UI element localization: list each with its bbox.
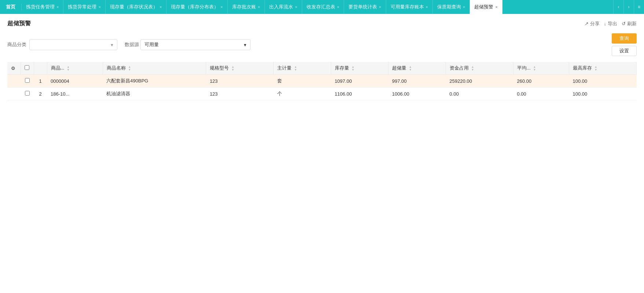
page-content: 超储预警 ↗ 分享 ↓ 导出 ↺ 刷新 商品分类 ▾ 数据源 xyxy=(0,14,644,293)
tab-label: 库存批次账 xyxy=(232,4,256,10)
col-avg-header[interactable]: 平均... ▲ ▼ xyxy=(513,62,569,75)
datasource-label: 数据源 xyxy=(125,41,139,48)
tab-ke-yong-liang[interactable]: 可用量库存账本 × xyxy=(386,0,433,14)
export-icon: ↓ xyxy=(604,21,607,26)
nav-arrow-more[interactable]: ≡ xyxy=(634,0,644,14)
tab-jian-huo-yi-chang[interactable]: 拣货异常处理 × xyxy=(63,0,105,14)
tab-close-icon[interactable]: × xyxy=(160,5,162,9)
table-row: 2 186-10... 机油滤清器 123 个 1106.00 1006.00 … xyxy=(7,88,637,100)
tab-shou-fa-cun[interactable]: 收发存汇总表 × xyxy=(302,0,344,14)
tab-xian-cun-liang-kuang[interactable]: 现存量（库存状况表） × xyxy=(106,0,167,14)
tab-xian-cun-liang-fen[interactable]: 现存量（库存分布表） × xyxy=(167,0,227,14)
col-over-header[interactable]: 超储量 ▲ ▼ xyxy=(388,62,446,75)
row-max-stock-cell: 100.00 xyxy=(569,88,637,100)
tab-label: 出入库流水 xyxy=(269,4,293,10)
row-settings-cell xyxy=(7,88,21,100)
filter-buttons: 查询 设置 xyxy=(612,33,637,56)
tab-close-icon[interactable]: × xyxy=(426,5,428,9)
row-product-code-cell: 186-10... xyxy=(47,88,103,100)
row-product-name-cell: 六配套新昌490BPG xyxy=(103,75,206,88)
datasource-select[interactable]: 可用量 ▾ xyxy=(140,39,250,50)
row-over-cell: 1006.00 xyxy=(388,88,446,100)
tab-close-icon[interactable]: × xyxy=(295,5,297,9)
export-button[interactable]: ↓ 导出 xyxy=(604,21,618,27)
filter-row: 商品分类 ▾ 数据源 可用量 ▾ 查询 设置 xyxy=(7,33,637,56)
col-product-name-header[interactable]: 商品名称 ▲ ▼ xyxy=(103,62,206,75)
row-spec-cell: 123 xyxy=(206,75,274,88)
row-checkbox-cell[interactable] xyxy=(21,88,34,100)
row-checkbox-cell[interactable] xyxy=(21,75,34,88)
col-settings-header[interactable]: ⚙ xyxy=(7,62,21,75)
table-body: 1 0000004 六配套新昌490BPG 123 套 1097.00 997.… xyxy=(7,75,637,100)
row-unit-cell: 套 xyxy=(274,75,331,88)
header-actions: ↗ 分享 ↓ 导出 ↺ 刷新 xyxy=(585,21,637,27)
tab-close-icon[interactable]: × xyxy=(98,5,100,9)
refresh-icon: ↺ xyxy=(622,21,626,26)
col-unit-label: 主计量 xyxy=(277,65,292,71)
table-row: 1 0000004 六配套新昌490BPG 123 套 1097.00 997.… xyxy=(7,75,637,88)
tab-label: 超储预警 xyxy=(474,4,493,10)
tab-label: 拣货异常处理 xyxy=(68,4,96,10)
query-button[interactable]: 查询 xyxy=(612,33,637,44)
tab-ku-cun-pi-ci[interactable]: 库存批次账 × xyxy=(228,0,265,14)
col-max-stock-header[interactable]: 最高库存 ▲ ▼ xyxy=(569,62,637,75)
data-table: ⚙ 商品... ▲ ▼ 商品名称 ▲ ▼ xyxy=(7,62,637,100)
settings-button[interactable]: 设置 xyxy=(612,46,637,56)
select-all-checkbox[interactable] xyxy=(25,65,29,70)
page-header: 超储预警 ↗ 分享 ↓ 导出 ↺ 刷新 xyxy=(7,20,637,27)
tab-bao-zhi-qi[interactable]: 保质期查询 × xyxy=(433,0,470,14)
tab-close-icon[interactable]: × xyxy=(220,5,223,9)
col-avg-label: 平均... xyxy=(517,65,531,71)
row-checkbox[interactable] xyxy=(25,91,30,96)
topbar: 首页 拣货任务管理 × 拣货异常处理 × 现存量（库存状况表） × 现存量（库存… xyxy=(0,0,644,14)
sort-max-stock-icon: ▲ ▼ xyxy=(594,66,597,71)
category-select[interactable]: ▾ xyxy=(29,39,117,50)
export-label: 导出 xyxy=(608,21,617,27)
share-button[interactable]: ↗ 分享 xyxy=(585,21,600,27)
tab-close-icon[interactable]: × xyxy=(495,5,497,9)
col-checkbox-header[interactable] xyxy=(21,62,34,75)
nav-arrow-right[interactable]: › xyxy=(623,0,634,14)
row-stock-cell: 1106.00 xyxy=(331,88,388,100)
tab-jian-huo-ren-wu[interactable]: 拣货任务管理 × xyxy=(22,0,63,14)
row-avg-cell: 0.00 xyxy=(513,88,569,100)
tab-label: 收发存汇总表 xyxy=(307,4,335,10)
row-checkbox[interactable] xyxy=(25,78,30,83)
col-max-stock-label: 最高库存 xyxy=(573,65,592,71)
row-stock-cell: 1097.00 xyxy=(331,75,388,88)
tab-close-icon[interactable]: × xyxy=(258,5,260,9)
row-max-stock-cell: 100.00 xyxy=(569,75,637,88)
col-capital-label: 资金占用 xyxy=(450,65,469,71)
tab-close-icon[interactable]: × xyxy=(337,5,339,9)
tab-label: 现存量（库存分布表） xyxy=(171,4,219,10)
tab-close-icon[interactable]: × xyxy=(56,5,59,9)
tab-chu-ru-ku-liu-shui[interactable]: 出入库流水 × xyxy=(265,0,302,14)
col-product-code-label: 商品... xyxy=(51,65,65,71)
row-product-name-cell: 机油滤清器 xyxy=(103,88,206,100)
sort-product-code-icon: ▲ ▼ xyxy=(67,66,70,71)
tab-close-icon[interactable]: × xyxy=(463,5,465,9)
category-chevron-icon: ▾ xyxy=(111,42,113,48)
gear-icon: ⚙ xyxy=(11,66,15,71)
tab-yao-huo-dan[interactable]: 要货单统计表 × xyxy=(344,0,386,14)
tab-close-icon[interactable]: × xyxy=(379,5,381,9)
sort-spec-icon: ▲ ▼ xyxy=(231,66,234,71)
tab-label: 拣货任务管理 xyxy=(26,4,55,10)
tab-chao-chu-yu-jing[interactable]: 超储预警 × xyxy=(470,0,502,14)
home-tab[interactable]: 首页 xyxy=(0,4,22,10)
refresh-button[interactable]: ↺ 刷新 xyxy=(622,21,637,27)
col-unit-header[interactable]: 主计量 ▲ ▼ xyxy=(274,62,331,75)
col-product-code-header[interactable]: 商品... ▲ ▼ xyxy=(47,62,103,75)
col-spec-header[interactable]: 规格型号 ▲ ▼ xyxy=(206,62,274,75)
nav-arrow-left[interactable]: ‹ xyxy=(613,0,623,14)
refresh-label: 刷新 xyxy=(627,21,637,27)
col-num-header xyxy=(34,62,47,75)
col-stock-header[interactable]: 库存量 ▲ ▼ xyxy=(331,62,388,75)
datasource-filter: 数据源 可用量 ▾ xyxy=(125,39,250,50)
datasource-chevron-icon: ▾ xyxy=(244,42,246,48)
col-capital-header[interactable]: 资金占用 ▲ ▼ xyxy=(446,62,513,75)
sort-over-icon: ▲ ▼ xyxy=(409,66,412,71)
tab-label: 现存量（库存状况表） xyxy=(110,4,158,10)
datasource-select-value: 可用量 xyxy=(144,41,159,48)
sort-stock-icon: ▲ ▼ xyxy=(352,66,355,71)
